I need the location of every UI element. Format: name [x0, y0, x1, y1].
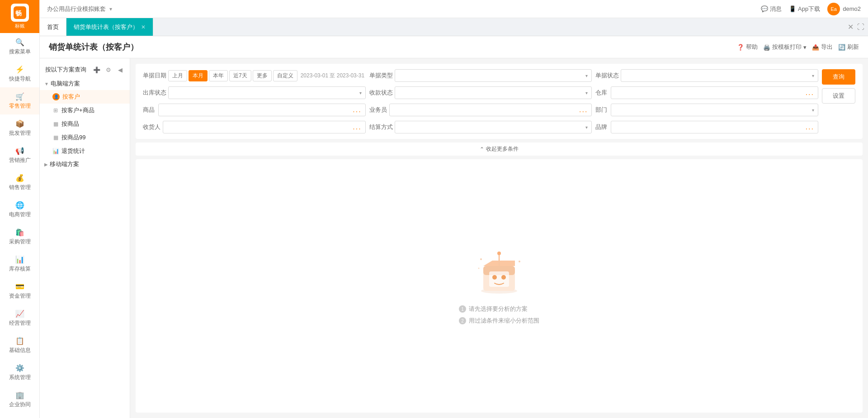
- logo-icon: 畅: [11, 4, 29, 22]
- filter-item-goods: 商品 ...: [143, 104, 366, 116]
- inventory-icon: 📊: [15, 255, 24, 264]
- dept-select[interactable]: ▾: [611, 104, 818, 116]
- sidebar-item-marketing[interactable]: 📢 营销推广: [0, 142, 39, 169]
- tab-home[interactable]: 首页: [40, 18, 66, 36]
- sidebar-item-quicknav[interactable]: ⚡ 快捷导航: [0, 60, 39, 87]
- sidebar-item-ecommerce[interactable]: 🌐 电商管理: [0, 196, 39, 223]
- scheme-goods99-label: 按商品99: [61, 133, 85, 142]
- filter-form: 单据日期 上月 本月 本年 近7天 更多 自定义 2023-03-01 至 20…: [143, 69, 818, 133]
- filter-section: 单据日期 上月 本月 本年 近7天 更多 自定义 2023-03-01 至 20…: [143, 69, 855, 133]
- ecommerce-icon: 🌐: [15, 200, 24, 209]
- warehouse-label: 仓库: [595, 89, 609, 97]
- operations-icon: 📈: [15, 309, 24, 318]
- sidebar-item-operations[interactable]: 📈 经营管理: [0, 304, 39, 332]
- sidebar-item-newuser[interactable]: 🆕 新手引导: [0, 413, 39, 418]
- sidebar-item-basics[interactable]: 📋 基础信息: [0, 332, 39, 359]
- date-btn-this-month[interactable]: 本月: [189, 70, 208, 81]
- date-btn-last7[interactable]: 近7天: [229, 70, 251, 81]
- refresh-btn[interactable]: 🔄 刷新: [838, 43, 859, 51]
- sidebar-item-finance-label: 资金管理: [9, 292, 31, 300]
- dept-arrow: ▾: [812, 108, 814, 113]
- empty-tip-1-text: 请先选择要分析的方案: [469, 305, 528, 313]
- print-btn[interactable]: 🖨️ 按模板打印 ▾: [763, 43, 807, 51]
- export-btn[interactable]: 📤 导出: [812, 43, 833, 51]
- sidebar-item-wholesale[interactable]: 📦 批发管理: [0, 114, 39, 142]
- scheme-return-icon: 📊: [52, 148, 59, 154]
- doc-status-select[interactable]: ▾: [621, 69, 818, 82]
- sidebar-item-sales[interactable]: 💰 销售管理: [0, 169, 39, 196]
- tab-expand-action[interactable]: ⛶: [857, 23, 864, 31]
- add-scheme-btn[interactable]: ➕: [92, 65, 102, 75]
- empty-tip-2-text: 用过滤条件来缩小分析范围: [469, 317, 539, 325]
- goods-select[interactable]: ...: [158, 104, 366, 116]
- sidebar-item-search[interactable]: 🔍 搜索菜单: [0, 33, 39, 60]
- sidebar-item-system[interactable]: ⚙️ 系统管理: [0, 359, 39, 386]
- date-range-text: 2023-03-01 至 2023-03-31: [301, 72, 364, 80]
- salesperson-dots[interactable]: ...: [579, 106, 588, 114]
- topbar-left: 办公用品行业模拟账套 ▾: [47, 5, 112, 13]
- out-status-select[interactable]: ▾: [168, 86, 366, 99]
- app-download-btn[interactable]: 📱 App下载: [789, 5, 820, 13]
- scheme-item-by-goods-99[interactable]: ▦ 按商品99: [40, 131, 130, 144]
- warehouse-select[interactable]: ...: [611, 86, 818, 99]
- date-btn-last-month[interactable]: 上月: [168, 70, 187, 81]
- settlement-select[interactable]: ▾: [395, 121, 592, 133]
- empty-tip-1: 1 请先选择要分析的方案: [459, 305, 539, 313]
- sidebar-item-finance[interactable]: 💳 资金管理: [0, 277, 39, 304]
- doc-type-select[interactable]: ▾: [395, 69, 592, 82]
- tab-close-icon[interactable]: ✕: [141, 24, 146, 30]
- salesperson-select[interactable]: ...: [389, 104, 592, 116]
- help-btn[interactable]: ❓ 帮助: [737, 43, 758, 51]
- brand-select[interactable]: ...: [611, 121, 818, 133]
- user-profile-btn[interactable]: Ea demo2: [827, 3, 861, 15]
- finance-icon: 💳: [15, 282, 24, 291]
- tab-close-action[interactable]: ✕: [848, 23, 854, 31]
- receiver-label: 收货人: [143, 123, 161, 131]
- sidebar-item-inventory[interactable]: 📊 库存核算: [0, 250, 39, 277]
- mobile-scheme-group[interactable]: ▶ 移动端方案: [40, 158, 130, 171]
- svg-text:畅: 畅: [15, 10, 22, 17]
- message-btn[interactable]: 💬 消息: [761, 5, 782, 13]
- collapse-icon: ⌃: [480, 146, 484, 152]
- warehouse-dots[interactable]: ...: [806, 89, 814, 97]
- scheme-return-label: 退货统计: [61, 147, 85, 155]
- scheme-item-by-goods[interactable]: ▦ 按商品: [40, 117, 130, 131]
- tab-sales-stat[interactable]: 销货单统计表（按客户） ✕: [66, 18, 153, 36]
- edit-scheme-btn[interactable]: ⚙: [104, 65, 113, 75]
- date-btn-more[interactable]: 更多: [253, 70, 272, 81]
- scheme-item-by-customer[interactable]: 👤 按客户: [40, 90, 130, 104]
- tab-home-label: 首页: [47, 23, 59, 31]
- filter-item-doc-status: 单据状态 ▾: [595, 69, 818, 82]
- goods-dots[interactable]: ...: [353, 106, 361, 114]
- sidebar-item-retail[interactable]: 🛒 零售管理: [0, 87, 39, 114]
- filter-row-1: 单据日期 上月 本月 本年 近7天 更多 自定义 2023-03-01 至 20…: [143, 69, 818, 82]
- scheme-item-return-stat[interactable]: 📊 退货统计: [40, 144, 130, 158]
- export-label: 导出: [821, 43, 833, 51]
- tip-num-1: 1: [459, 305, 466, 313]
- query-btn[interactable]: 查询: [822, 69, 855, 85]
- sidebar-item-enterprise[interactable]: 🏢 企业协同: [0, 386, 39, 413]
- message-label: 消息: [770, 5, 782, 13]
- desktop-scheme-header[interactable]: ▼ 电脑端方案: [40, 77, 130, 90]
- setting-btn[interactable]: 设置: [822, 88, 855, 104]
- filter-item-warehouse: 仓库 ...: [595, 86, 818, 99]
- receiver-select[interactable]: ...: [163, 121, 366, 133]
- scheme-goods99-icon: ▦: [52, 134, 59, 141]
- date-btn-this-year[interactable]: 本年: [209, 70, 228, 81]
- empty-state: 1 请先选择要分析的方案 2 用过滤条件来缩小分析范围: [136, 159, 863, 413]
- tabbar: 首页 销货单统计表（按客户） ✕ ✕ ⛶: [40, 18, 868, 36]
- tabbar-actions: ✕ ⛶: [848, 23, 868, 31]
- topbar-dropdown-icon[interactable]: ▾: [109, 6, 112, 12]
- scheme-item-by-customer-goods[interactable]: ⊞ 按客户+商品: [40, 104, 130, 117]
- collapse-btn[interactable]: ⌃ 收起更多条件: [136, 142, 863, 156]
- right-panel: 单据日期 上月 本月 本年 近7天 更多 自定义 2023-03-01 至 20…: [130, 58, 868, 418]
- receiver-dots[interactable]: ...: [353, 123, 361, 131]
- logo[interactable]: 畅 标账: [0, 0, 39, 33]
- sidebar-item-purchase[interactable]: 🛍️ 采购管理: [0, 223, 39, 250]
- receipt-status-select[interactable]: ▾: [395, 86, 592, 99]
- mobile-scheme-arrow: ▶: [44, 162, 48, 167]
- collapse-panel-btn[interactable]: ◀: [115, 65, 125, 75]
- brand-dots[interactable]: ...: [806, 123, 814, 131]
- date-btn-custom[interactable]: 自定义: [273, 70, 297, 81]
- app-download-label: App下载: [798, 5, 820, 13]
